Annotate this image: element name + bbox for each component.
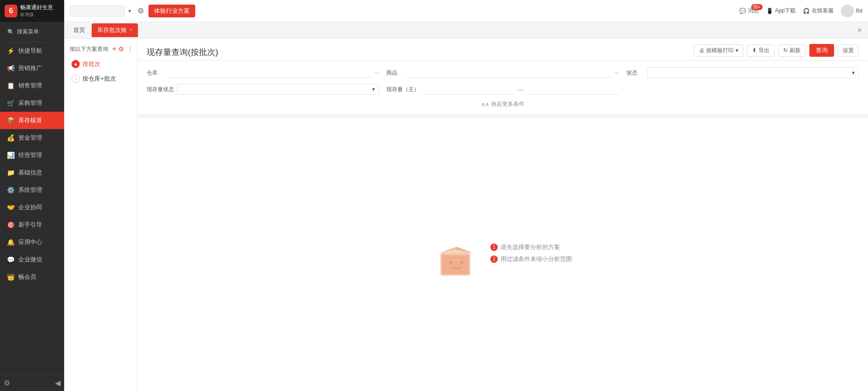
sidebar-item-label: 基础信息 bbox=[18, 168, 42, 177]
tab-bar-close-button[interactable]: ✕ bbox=[857, 27, 863, 34]
header-dropdown-button[interactable]: ▾ bbox=[126, 6, 133, 16]
logo-char: 6 bbox=[9, 7, 13, 15]
wechat-icon: 💬 bbox=[6, 255, 15, 264]
top-header: ▾ ⚙ 体验行业方案 💬 消息 99+ 📱 App下载 🎧 在线客服 Rit bbox=[64, 0, 868, 22]
search-icon: 🔍 bbox=[7, 29, 14, 35]
inventory-status-label: 现存量状态 bbox=[147, 86, 174, 93]
collapse-filter-button[interactable]: ∧∧ 收起更多条件 bbox=[147, 100, 859, 108]
marketing-icon: 📢 bbox=[6, 64, 15, 72]
product-filter-input[interactable] bbox=[407, 68, 611, 78]
svg-rect-1 bbox=[442, 255, 469, 274]
sidebar-item-label: 销售管理 bbox=[18, 81, 42, 90]
settings-button[interactable]: 设置 bbox=[838, 44, 859, 57]
sidebar-footer: ⚙ ◀ bbox=[0, 375, 64, 391]
sidebar-item-sales[interactable]: 📋 销售管理 bbox=[0, 77, 64, 94]
tab-home[interactable]: 首页 bbox=[68, 23, 91, 37]
operation-icon: 📊 bbox=[6, 151, 15, 159]
header-settings-button[interactable]: ⚙ bbox=[135, 5, 147, 17]
sidebar-item-label: 企业协同 bbox=[18, 203, 42, 212]
filter-row-1: 仓库 ··· 商品 ··· 状态 ▾ bbox=[147, 67, 859, 78]
step-1-number: 1 bbox=[490, 244, 498, 251]
sales-icon: 📋 bbox=[6, 81, 15, 90]
messages-badge: 99+ bbox=[751, 4, 763, 10]
scheme-item-batch[interactable]: ● 按批次 bbox=[64, 57, 137, 71]
header-search-input[interactable] bbox=[70, 5, 125, 16]
header-right: 💬 消息 99+ 📱 App下载 🎧 在线客服 Rit bbox=[739, 5, 863, 17]
print-dropdown-icon: ▾ bbox=[736, 47, 738, 54]
sidebar-item-label: 快捷导航 bbox=[18, 47, 42, 55]
quicknav-icon: ⚡ bbox=[6, 47, 15, 55]
newbie-icon: 🎯 bbox=[6, 221, 15, 229]
online-service-button[interactable]: 🎧 在线客服 bbox=[803, 7, 834, 15]
status-filter-label: 状态 bbox=[626, 69, 645, 77]
export-button[interactable]: ⬆ 导出 bbox=[747, 44, 775, 57]
filter-row-2: 现存量状态 ▾ 现存量（主） — bbox=[147, 84, 859, 95]
collapse-panel-button[interactable]: 《 bbox=[126, 45, 132, 53]
sidebar-item-wechat[interactable]: 💬 企业微信 bbox=[0, 251, 64, 268]
search-menu-button[interactable]: 🔍 搜索菜单 bbox=[4, 26, 60, 38]
filter-status: 状态 ▾ bbox=[626, 67, 859, 78]
product-more-button[interactable]: ··· bbox=[615, 70, 619, 76]
industry-solution-button[interactable]: 体验行业方案 bbox=[148, 5, 195, 17]
export-icon: ⬆ bbox=[752, 47, 757, 54]
scheme-active-icon: ● bbox=[71, 60, 80, 68]
tab-inventory-batch[interactable]: 库存批次账 × bbox=[92, 23, 138, 37]
phone-icon: 📱 bbox=[766, 8, 773, 14]
inventory-status-dropdown-icon: ▾ bbox=[372, 86, 375, 92]
export-label: 导出 bbox=[758, 47, 769, 54]
user-profile-button[interactable]: Rit bbox=[841, 5, 863, 17]
sidebar-item-member[interactable]: 👑 畅会员 bbox=[0, 268, 64, 286]
scheme-item-warehouse-batch[interactable]: ○ 按仓库+批次 bbox=[64, 71, 137, 86]
messages-button[interactable]: 💬 消息 99+ bbox=[739, 7, 759, 15]
warehouse-more-button[interactable]: ··· bbox=[374, 70, 379, 76]
sidebar-brand: 畅康通好生意 标准版 bbox=[20, 4, 53, 18]
username-label: Rit bbox=[856, 8, 863, 14]
query-button[interactable]: 查询 bbox=[809, 44, 834, 57]
status-filter-select[interactable]: ▾ bbox=[648, 67, 859, 78]
print-button[interactable]: 🖨 按模板打印 ▾ bbox=[694, 44, 743, 57]
print-label: 按模板打印 bbox=[706, 47, 734, 54]
sidebar-item-marketing[interactable]: 📢 营销推广 bbox=[0, 60, 64, 77]
filter-product: 商品 ··· bbox=[386, 68, 619, 78]
online-service-label: 在线客服 bbox=[812, 7, 834, 15]
range-dash: — bbox=[518, 86, 524, 93]
sidebar-header: 6 畅康通好生意 标准版 bbox=[0, 0, 64, 22]
inventory-quantity-from[interactable] bbox=[422, 84, 514, 95]
sidebar-item-purchase[interactable]: 🛒 采购管理 bbox=[0, 94, 64, 112]
inventory-status-select[interactable]: ▾ bbox=[177, 84, 379, 95]
sidebar-item-system[interactable]: ⚙️ 系统管理 bbox=[0, 181, 64, 199]
svg-point-2 bbox=[450, 261, 452, 264]
content-area: 按以下方案查询 + ⚙ 《 ● 按批次 ○ 按仓库+批次 现存量查询(按批次) bbox=[64, 38, 868, 391]
empty-icon bbox=[434, 232, 479, 278]
sidebar-collapse-button[interactable]: ◀ bbox=[55, 379, 60, 387]
avatar bbox=[841, 5, 854, 17]
sidebar-item-newbie[interactable]: 🎯 新手引导 bbox=[0, 216, 64, 234]
inventory-quantity-to[interactable] bbox=[527, 84, 619, 95]
left-panel-title: 按以下方案查询 bbox=[70, 45, 108, 53]
inventory-batch-tab-label: 库存批次账 bbox=[97, 26, 127, 34]
sidebar-item-operation[interactable]: 📊 经营管理 bbox=[0, 147, 64, 164]
warehouse-filter-input[interactable] bbox=[168, 68, 372, 78]
sidebar-item-finance[interactable]: 💰 资金管理 bbox=[0, 129, 64, 147]
sidebar-item-label: 应用中心 bbox=[18, 238, 42, 246]
sidebar-item-inventory[interactable]: 📦 库存核算 bbox=[0, 112, 64, 129]
scheme-inactive-icon: ○ bbox=[71, 75, 80, 83]
refresh-button[interactable]: ↻ 刷新 bbox=[778, 44, 806, 57]
app-download-button[interactable]: 📱 App下载 bbox=[766, 7, 796, 15]
scheme-settings-button[interactable]: ⚙ bbox=[118, 45, 124, 53]
collapse-filter-label: 收起更多条件 bbox=[491, 100, 524, 108]
sidebar-item-appstore[interactable]: 🔔 应用中心 bbox=[0, 234, 64, 251]
sidebar-item-quicknav[interactable]: ⚡ 快捷导航 bbox=[0, 42, 64, 60]
inventory-icon: 📦 bbox=[6, 116, 15, 125]
warehouse-filter-label: 仓库 bbox=[147, 69, 165, 77]
sidebar-item-basic[interactable]: 📁 基础信息 bbox=[0, 164, 64, 181]
main-area: ▾ ⚙ 体验行业方案 💬 消息 99+ 📱 App下载 🎧 在线客服 Rit bbox=[64, 0, 868, 391]
sidebar-settings-button[interactable]: ⚙ bbox=[4, 379, 10, 387]
add-scheme-button[interactable]: + bbox=[112, 45, 116, 53]
sidebar-item-enterprise[interactable]: 🤝 企业协同 bbox=[0, 199, 64, 216]
empty-text-list: 1 请先选择要分析的方案 2 用过滤条件来缩小分析范围 bbox=[490, 243, 572, 267]
empty-illustration bbox=[434, 232, 479, 282]
finance-icon: 💰 bbox=[6, 134, 15, 142]
tab-close-button[interactable]: × bbox=[130, 27, 132, 33]
left-panel-actions: + ⚙ 《 bbox=[112, 45, 132, 53]
